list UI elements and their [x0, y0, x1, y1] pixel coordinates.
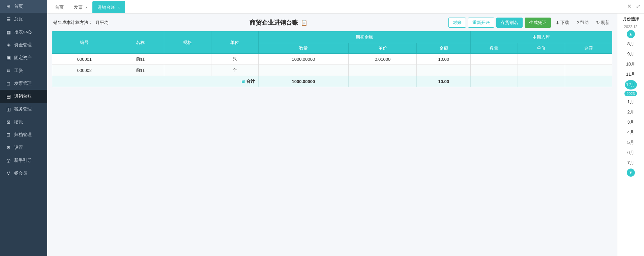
fund-icon: ◈ [5, 42, 11, 48]
cell-name: 前缸 [117, 54, 164, 65]
total-in-amount [565, 76, 612, 87]
tab-invoice-close[interactable]: × [85, 5, 87, 9]
sidebar-item-label: 进销台账 [14, 93, 32, 99]
top-bar: 销售成本计算方法： 月平均 商贸企业进销台账 📋 对账 重新开账 存货别名 生成… [52, 18, 612, 28]
main-panel: 销售成本计算方法： 月平均 商贸企业进销台账 📋 对账 重新开账 存货别名 生成… [47, 14, 617, 256]
maximize-button[interactable]: ⤢ [635, 3, 641, 9]
sidebar-item-tax-mgmt[interactable]: ◫ 税务管理 [0, 103, 47, 116]
cost-method: 销售成本计算方法： 月平均 [52, 20, 109, 26]
sidebar-item-label: 首页 [14, 3, 23, 9]
month-item-2023-7[interactable]: 7月 [622, 158, 639, 168]
total-label: ⊞合计 [52, 76, 259, 87]
total-ob-price [348, 76, 417, 87]
month-item-9[interactable]: 9月 [622, 49, 639, 59]
month-scroll-up[interactable]: ▲ [627, 30, 635, 38]
tab-inventory[interactable]: 进销台账 × [92, 1, 125, 13]
cell-in-amount [565, 65, 612, 76]
save-alias-button[interactable]: 存货别名 [496, 18, 523, 28]
month-item-2023-2[interactable]: 2月 [622, 107, 639, 117]
tab-invoice-label: 发票 [74, 4, 83, 10]
month-item-2023-6[interactable]: 6月 [622, 148, 639, 157]
month-item-2023-5[interactable]: 5月 [622, 138, 639, 147]
help-icon: ? [577, 20, 579, 25]
month-item-2023-4[interactable]: 4月 [622, 128, 639, 137]
sidebar-item-label: 资金管理 [14, 42, 32, 48]
cell-unit: 只 [211, 54, 258, 65]
month-item-12[interactable]: 12月 [625, 80, 637, 89]
cell-unit: 个 [211, 65, 258, 76]
sidebar-item-label: 税务管理 [14, 106, 32, 112]
reconcile-button[interactable]: 对账 [448, 18, 466, 28]
cell-name: 前缸 [117, 65, 164, 76]
reopen-button[interactable]: 重新开账 [468, 18, 494, 28]
tab-bar: 首页 发票 × 进销台账 × [47, 0, 644, 14]
cell-ob-amount: 10.00 [417, 54, 471, 65]
col-ob-amount: 金额 [417, 43, 471, 54]
month-item-8[interactable]: 8月 [622, 39, 639, 49]
month-item-2023-1[interactable]: 1月 [622, 97, 639, 107]
generate-voucher-button[interactable]: 生成凭证 [525, 18, 551, 28]
col-group-opening-balance: 期初余额 [258, 31, 470, 43]
toolbar: 对账 重新开账 存货别名 生成凭证 ⬇ 下载 ? 帮助 ↻ 刷新 [448, 18, 612, 28]
tab-invoice[interactable]: 发票 × [69, 1, 92, 13]
archive-icon: ⊡ [5, 132, 11, 137]
sidebar-item-closing[interactable]: ⊠ 结账 [0, 116, 47, 128]
sidebar-item-label: 归档管理 [14, 132, 32, 138]
help-button[interactable]: ? 帮助 [574, 18, 591, 27]
help-label: 帮助 [580, 20, 589, 26]
tab-inventory-close[interactable]: × [118, 5, 120, 9]
tab-home[interactable]: 首页 [50, 1, 69, 13]
sidebar-item-general-ledger[interactable]: ☰ 总账 [0, 13, 47, 26]
cost-method-label: 销售成本计算方法： [53, 20, 93, 25]
download-button[interactable]: ⬇ 下载 [553, 18, 572, 27]
cell-code: 000001 [52, 54, 117, 65]
vip-icon: V [5, 171, 11, 176]
sidebar-item-vip[interactable]: V 畅会员 [0, 167, 47, 180]
closing-icon: ⊠ [5, 119, 11, 125]
refresh-button[interactable]: ↻ 刷新 [593, 18, 612, 27]
inventory-table: 编号 名称 规格 单位 期初余额 本期入库 数量 单价 金额 数量 [52, 31, 612, 87]
inventory-table-container: 编号 名称 规格 单位 期初余额 本期入库 数量 单价 金额 数量 [52, 31, 612, 87]
sidebar-item-label: 发票管理 [14, 80, 32, 86]
month-item-10[interactable]: 10月 [622, 59, 639, 69]
sidebar-item-reports[interactable]: ▦ 报表中心 [0, 26, 47, 39]
sidebar-item-payroll[interactable]: ≋ 工资 [0, 64, 47, 77]
month-selector-panel: 月份选择 2022.12 ▲ 8月 9月 10月 11月 12月 2023 1月… [617, 14, 644, 256]
month-scroll-down[interactable]: ▼ [627, 169, 635, 177]
content-area: 销售成本计算方法： 月平均 商贸企业进销台账 📋 对账 重新开账 存货别名 生成… [47, 14, 644, 256]
sidebar-item-label: 结账 [14, 119, 23, 125]
col-in-amount: 金额 [565, 43, 612, 54]
sidebar-item-home[interactable]: ⊞ 首页 [0, 0, 47, 13]
cell-spec [164, 65, 211, 76]
cell-ob-amount [417, 65, 471, 76]
sidebar-item-label: 报表中心 [14, 29, 32, 35]
col-in-qty: 数量 [470, 43, 518, 54]
download-label: 下载 [560, 20, 569, 26]
sidebar-item-guide[interactable]: ◎ 新手引导 [0, 154, 47, 167]
sidebar-item-archive[interactable]: ⊡ 归档管理 [0, 128, 47, 141]
reports-icon: ▦ [5, 29, 11, 35]
month-item-11[interactable]: 11月 [622, 70, 639, 79]
page-title-area: 商贸企业进销台账 📋 [250, 19, 308, 27]
invoice-icon: ◻ [5, 81, 11, 86]
sidebar-item-label: 固定资产 [14, 55, 32, 61]
sidebar-item-invoice-mgmt[interactable]: ◻ 发票管理 [0, 77, 47, 90]
cell-in-qty [470, 54, 518, 65]
tax-icon: ◫ [5, 106, 11, 112]
close-button[interactable]: ✕ [626, 3, 633, 9]
cost-method-value: 月平均 [95, 20, 109, 25]
cell-spec [164, 54, 211, 65]
sidebar-item-settings[interactable]: ⚙ 设置 [0, 141, 47, 154]
current-year-label: 2022.12 [624, 25, 638, 29]
total-in-price [518, 76, 565, 87]
info-icon[interactable]: 📋 [301, 20, 308, 26]
col-ob-price: 单价 [348, 43, 417, 54]
refresh-icon: ↻ [596, 20, 600, 25]
cell-in-qty [470, 65, 518, 76]
sidebar-item-fixed-assets[interactable]: ▣ 固定资产 [0, 51, 47, 64]
table-row: 000001 前缸 只 1000.00000 0.01000 10.00 [52, 54, 612, 65]
window-controls: ✕ ⤢ [626, 3, 641, 9]
sidebar-item-inventory[interactable]: ▤ 进销台账 [0, 90, 47, 103]
month-item-2023-3[interactable]: 3月 [622, 118, 639, 127]
sidebar-item-fund-mgmt[interactable]: ◈ 资金管理 [0, 39, 47, 51]
